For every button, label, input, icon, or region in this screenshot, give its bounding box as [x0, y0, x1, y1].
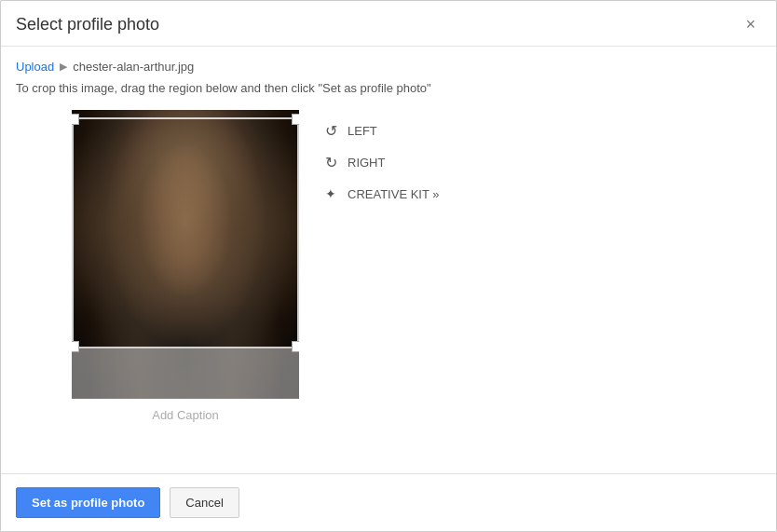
creative-kit-control[interactable]: ✦ CREATIVE KIT » — [321, 184, 440, 203]
caption-area: Add Caption — [72, 406, 299, 423]
creative-kit-label: CREATIVE KIT » — [348, 187, 440, 201]
crop-handle-top-left[interactable] — [72, 114, 79, 125]
crop-handle-bottom-left[interactable] — [72, 341, 79, 352]
breadcrumb-filename: chester-alan-arthur.jpg — [73, 60, 194, 74]
crop-handle-bottom-right[interactable] — [292, 341, 299, 352]
crop-dim-bottom — [72, 348, 299, 399]
breadcrumb-upload-link[interactable]: Upload — [16, 60, 54, 74]
creative-kit-icon: ✦ — [321, 184, 340, 203]
content-area: Add Caption ↺ LEFT ↻ RIGHT ✦ CREATIVE KI… — [16, 110, 761, 423]
rotate-right-control[interactable]: ↻ RIGHT — [321, 153, 440, 171]
instruction-text: To crop this image, drag the region belo… — [16, 81, 761, 95]
crop-handle-top-right[interactable] — [292, 114, 299, 125]
set-profile-photo-button[interactable]: Set as profile photo — [16, 487, 160, 518]
dialog-footer: Set as profile photo Cancel — [1, 473, 776, 531]
caption-placeholder: Add Caption — [152, 408, 219, 422]
breadcrumb: Upload ▶ chester-alan-arthur.jpg — [16, 60, 761, 74]
breadcrumb-arrow: ▶ — [60, 61, 67, 73]
dialog-header: Select profile photo × — [1, 1, 776, 47]
select-profile-photo-dialog: Select profile photo × Upload ▶ chester-… — [0, 0, 777, 532]
rotate-left-icon: ↺ — [321, 121, 340, 140]
dialog-body: Upload ▶ chester-alan-arthur.jpg To crop… — [1, 47, 776, 436]
cancel-button[interactable]: Cancel — [170, 487, 239, 518]
crop-selection-box[interactable] — [72, 117, 299, 348]
rotate-left-control[interactable]: ↺ LEFT — [321, 121, 440, 140]
rotate-left-label: LEFT — [348, 124, 377, 138]
close-button[interactable]: × — [740, 14, 761, 34]
rotate-right-icon: ↻ — [321, 153, 340, 171]
photo-wrapper — [72, 110, 299, 399]
rotate-right-label: RIGHT — [348, 156, 385, 170]
dialog-title: Select profile photo — [16, 15, 159, 34]
image-container: Add Caption — [72, 110, 299, 423]
right-controls: ↺ LEFT ↻ RIGHT ✦ CREATIVE KIT » — [321, 110, 440, 203]
